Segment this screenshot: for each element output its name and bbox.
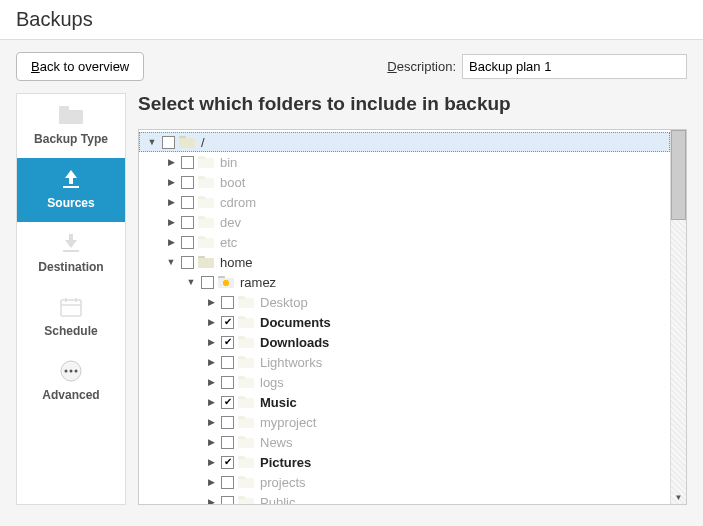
svg-rect-3 <box>63 250 79 252</box>
tree-row[interactable]: ▶cdrom <box>139 192 670 212</box>
tree-row[interactable]: ▶News <box>139 432 670 452</box>
include-checkbox[interactable] <box>181 216 194 229</box>
include-checkbox[interactable] <box>201 276 214 289</box>
chevron-down-icon[interactable]: ▼ <box>165 257 177 267</box>
chevron-right-icon[interactable]: ▶ <box>205 497 217 504</box>
folder-icon <box>238 476 254 488</box>
folder-label: projects <box>260 475 306 490</box>
tree-row[interactable]: ▶logs <box>139 372 670 392</box>
include-checkbox[interactable] <box>181 196 194 209</box>
tree-row[interactable]: ▶Public <box>139 492 670 504</box>
tree-row[interactable]: ▶dev <box>139 212 670 232</box>
svg-point-11 <box>75 370 78 373</box>
tree-row[interactable]: ▶etc <box>139 232 670 252</box>
nav-backup-type[interactable]: Backup Type <box>17 94 125 158</box>
folder-label: etc <box>220 235 237 250</box>
chevron-right-icon[interactable]: ▶ <box>165 217 177 227</box>
include-checkbox[interactable] <box>221 476 234 489</box>
tree-row[interactable]: ▶✔Documents <box>139 312 670 332</box>
chevron-right-icon[interactable]: ▶ <box>205 297 217 307</box>
include-checkbox[interactable] <box>221 496 234 505</box>
nav-label: Advanced <box>42 388 99 402</box>
include-checkbox[interactable]: ✔ <box>221 316 234 329</box>
folder-icon <box>198 176 214 188</box>
folder-label: Documents <box>260 315 331 330</box>
nav-sources[interactable]: Sources <box>17 158 125 222</box>
folder-icon <box>198 236 214 248</box>
include-checkbox[interactable] <box>221 436 234 449</box>
svg-point-9 <box>65 370 68 373</box>
folder-label: logs <box>260 375 284 390</box>
folder-icon <box>179 136 195 148</box>
nav-label: Destination <box>38 260 103 274</box>
folder-label: bin <box>220 155 237 170</box>
nav-destination[interactable]: Destination <box>17 222 125 286</box>
chevron-down-icon[interactable]: ▼ <box>146 137 158 147</box>
include-checkbox[interactable] <box>181 256 194 269</box>
folder-label: myproject <box>260 415 316 430</box>
include-checkbox[interactable] <box>162 136 175 149</box>
svg-rect-0 <box>59 110 83 124</box>
chevron-right-icon[interactable]: ▶ <box>165 157 177 167</box>
folder-icon <box>198 196 214 208</box>
include-checkbox[interactable] <box>181 156 194 169</box>
folder-label: home <box>220 255 253 270</box>
chevron-right-icon[interactable]: ▶ <box>205 437 217 447</box>
folder-tree[interactable]: ▼/▶bin▶boot▶cdrom▶dev▶etc▼home▼ramez▶Des… <box>139 130 670 504</box>
content-pane: Select which folders to include in backu… <box>138 93 687 505</box>
tree-row[interactable]: ▼ramez <box>139 272 670 292</box>
folder-icon <box>238 416 254 428</box>
chevron-right-icon[interactable]: ▶ <box>205 357 217 367</box>
back-to-overview-button[interactable]: Back to overview <box>16 52 144 81</box>
tree-row[interactable]: ▶✔Music <box>139 392 670 412</box>
sidebar: Backup Type Sources Destination Schedule… <box>16 93 126 505</box>
scroll-thumb[interactable] <box>671 130 686 220</box>
tree-row[interactable]: ▶myproject <box>139 412 670 432</box>
chevron-right-icon[interactable]: ▶ <box>205 457 217 467</box>
include-checkbox[interactable] <box>221 356 234 369</box>
include-checkbox[interactable]: ✔ <box>221 456 234 469</box>
chevron-right-icon[interactable]: ▶ <box>205 397 217 407</box>
include-checkbox[interactable] <box>181 176 194 189</box>
scroll-down-icon[interactable]: ▼ <box>671 490 686 504</box>
chevron-right-icon[interactable]: ▶ <box>205 417 217 427</box>
calendar-icon <box>58 296 84 318</box>
tree-row[interactable]: ▶Lightworks <box>139 352 670 372</box>
tree-row[interactable]: ▶bin <box>139 152 670 172</box>
chevron-right-icon[interactable]: ▶ <box>165 237 177 247</box>
scrollbar[interactable]: ▲ ▼ <box>670 130 686 504</box>
include-checkbox[interactable]: ✔ <box>221 336 234 349</box>
tree-row[interactable]: ▼/ <box>139 132 670 152</box>
include-checkbox[interactable] <box>181 236 194 249</box>
nav-advanced[interactable]: Advanced <box>17 350 125 414</box>
tree-row[interactable]: ▶✔Pictures <box>139 452 670 472</box>
include-checkbox[interactable] <box>221 296 234 309</box>
folder-label: ramez <box>240 275 276 290</box>
tree-row[interactable]: ▶boot <box>139 172 670 192</box>
svg-rect-2 <box>63 186 79 188</box>
folder-icon <box>238 336 254 348</box>
chevron-right-icon[interactable]: ▶ <box>205 477 217 487</box>
include-checkbox[interactable] <box>221 416 234 429</box>
chevron-right-icon[interactable]: ▶ <box>205 317 217 327</box>
tree-row[interactable]: ▶✔Downloads <box>139 332 670 352</box>
include-checkbox[interactable]: ✔ <box>221 396 234 409</box>
include-checkbox[interactable] <box>221 376 234 389</box>
nav-label: Sources <box>47 196 94 210</box>
chevron-right-icon[interactable]: ▶ <box>205 337 217 347</box>
chevron-right-icon[interactable]: ▶ <box>165 197 177 207</box>
dots-icon <box>58 360 84 382</box>
folder-icon <box>218 276 234 288</box>
description-field-group: Description: <box>387 54 687 79</box>
folder-tree-container: ▼/▶bin▶boot▶cdrom▶dev▶etc▼home▼ramez▶Des… <box>138 129 687 505</box>
nav-schedule[interactable]: Schedule <box>17 286 125 350</box>
chevron-right-icon[interactable]: ▶ <box>205 377 217 387</box>
folder-icon <box>238 296 254 308</box>
tree-row[interactable]: ▼home <box>139 252 670 272</box>
folder-label: cdrom <box>220 195 256 210</box>
description-input[interactable] <box>462 54 687 79</box>
chevron-down-icon[interactable]: ▼ <box>185 277 197 287</box>
tree-row[interactable]: ▶projects <box>139 472 670 492</box>
tree-row[interactable]: ▶Desktop <box>139 292 670 312</box>
chevron-right-icon[interactable]: ▶ <box>165 177 177 187</box>
